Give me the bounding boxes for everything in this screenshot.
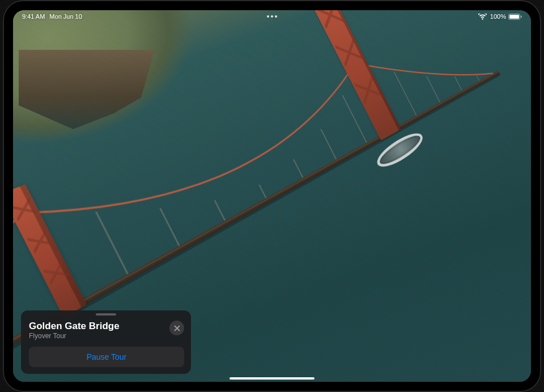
svg-rect-16: [521, 15, 522, 18]
svg-line-6: [259, 185, 266, 198]
home-indicator[interactable]: [230, 377, 314, 380]
flyover-tour-card[interactable]: Golden Gate Bridge Flyover Tour Pause To…: [21, 310, 191, 374]
battery-icon: [508, 14, 522, 20]
svg-line-12: [454, 76, 462, 91]
pause-tour-button[interactable]: Pause Tour: [29, 347, 184, 367]
bridge-tower-footing: [373, 127, 427, 173]
status-time: 9:41 AM: [22, 13, 45, 20]
flyover-subtitle: Flyover Tour: [29, 332, 120, 340]
status-bar: 9:41 AM Mon Jun 10 100%: [13, 10, 531, 23]
status-battery-percent: 100%: [490, 13, 506, 20]
bridge-tower-south: [307, 10, 401, 140]
svg-line-8: [321, 129, 336, 160]
svg-line-4: [160, 208, 180, 245]
svg-line-9: [342, 95, 367, 143]
svg-line-3: [96, 212, 128, 274]
close-button[interactable]: [169, 321, 184, 335]
bridge-tower-north: [13, 184, 87, 317]
multitasking-dots-icon[interactable]: [267, 15, 277, 18]
flyover-title: Golden Gate Bridge: [29, 321, 120, 332]
svg-rect-15: [509, 15, 519, 19]
ipad-device-frame: 9:41 AM Mon Jun 10 100%: [3, 0, 541, 392]
status-date: Mon Jun 10: [49, 13, 82, 20]
svg-line-11: [427, 76, 440, 103]
close-icon: [174, 325, 180, 331]
card-grabber-handle[interactable]: [96, 313, 116, 316]
svg-line-10: [394, 72, 416, 116]
svg-line-5: [215, 200, 225, 220]
wifi-icon: [478, 14, 487, 20]
svg-line-13: [477, 75, 479, 81]
screen: 9:41 AM Mon Jun 10 100%: [13, 10, 531, 382]
svg-line-7: [294, 159, 303, 177]
